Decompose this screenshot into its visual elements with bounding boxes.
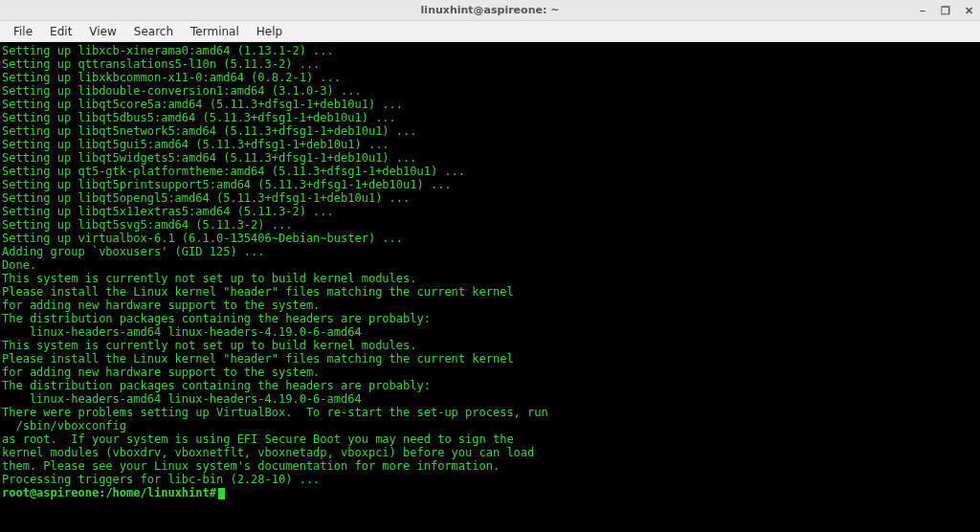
- cursor-icon: [218, 488, 225, 499]
- terminal-output-line: Setting up libqt5core5a:amd64 (5.11.3+df…: [2, 98, 978, 111]
- terminal-output-line: This system is currently not set up to b…: [2, 339, 978, 352]
- menu-edit[interactable]: Edit: [42, 23, 79, 40]
- terminal-output-line: Adding group `vboxusers' (GID 125) ...: [2, 245, 978, 258]
- terminal-area[interactable]: Setting up libxcb-xinerama0:amd64 (1.13.…: [0, 42, 980, 532]
- window-controls: – ❐ ✕: [917, 0, 974, 21]
- terminal-output-line: Done.: [2, 258, 978, 272]
- terminal-output-line: The distribution packages containing the…: [2, 379, 978, 392]
- terminal-output-line: kernel modules (vboxdrv, vboxnetflt, vbo…: [2, 446, 978, 459]
- terminal-output-line: The distribution packages containing the…: [2, 312, 978, 325]
- terminal-output-line: as root. If your system is using EFI Sec…: [2, 432, 978, 446]
- terminal-output-line: them. Please see your Linux system's doc…: [2, 459, 978, 473]
- terminal-output-line: linux-headers-amd64 linux-headers-4.19.0…: [2, 325, 978, 339]
- terminal-output-line: Please install the Linux kernel "header"…: [2, 352, 978, 366]
- close-button[interactable]: ✕: [963, 6, 974, 16]
- terminal-output-line: Setting up libqt5svg5:amd64 (5.11.3-2) .…: [2, 218, 978, 232]
- terminal-output-line: for adding new hardware support to the s…: [2, 299, 978, 312]
- menubar: File Edit View Search Terminal Help: [0, 21, 980, 42]
- terminal-output-line: linux-headers-amd64 linux-headers-4.19.0…: [2, 392, 978, 406]
- terminal-output-line: Setting up qt5-gtk-platformtheme:amd64 (…: [2, 165, 978, 178]
- terminal-output-line: Setting up virtualbox-6.1 (6.1.0-135406~…: [2, 232, 978, 245]
- minimize-button[interactable]: –: [917, 6, 928, 16]
- terminal-output-line: There were problems setting up VirtualBo…: [2, 406, 978, 419]
- terminal-output-line: Setting up libxcb-xinerama0:amd64 (1.13.…: [2, 44, 978, 57]
- menu-terminal[interactable]: Terminal: [183, 23, 247, 40]
- terminal-output-line: This system is currently not set up to b…: [2, 272, 978, 285]
- terminal-output-line: Please install the Linux kernel "header"…: [2, 285, 978, 299]
- menu-view[interactable]: View: [81, 23, 123, 40]
- terminal-output-line: /sbin/vboxconfig: [2, 419, 978, 432]
- terminal-output-line: Setting up libqt5x11extras5:amd64 (5.11.…: [2, 205, 978, 218]
- menu-help[interactable]: Help: [249, 23, 290, 40]
- terminal-window: linuxhint@aspireone: ~ – ❐ ✕ File Edit V…: [0, 0, 980, 532]
- terminal-output-line: Setting up libqt5printsupport5:amd64 (5.…: [2, 178, 978, 191]
- terminal-output-line: Setting up libqt5opengl5:amd64 (5.11.3+d…: [2, 191, 978, 205]
- maximize-button[interactable]: ❐: [940, 6, 951, 16]
- terminal-output-line: Setting up libqt5dbus5:amd64 (5.11.3+dfs…: [2, 111, 978, 124]
- terminal-output-line: Setting up libqt5gui5:amd64 (5.11.3+dfsg…: [2, 138, 978, 151]
- prompt-user-host: root@aspireone: [2, 486, 99, 499]
- terminal-output-line: Setting up libxkbcommon-x11-0:amd64 (0.8…: [2, 71, 978, 84]
- menu-search[interactable]: Search: [126, 23, 181, 40]
- titlebar: linuxhint@aspireone: ~ – ❐ ✕: [0, 0, 980, 21]
- terminal-prompt[interactable]: root@aspireone:/home/linuxhint#: [2, 486, 978, 499]
- terminal-output-line: Setting up libqt5widgets5:amd64 (5.11.3+…: [2, 151, 978, 165]
- terminal-output-line: Processing triggers for libc-bin (2.28-1…: [2, 473, 978, 486]
- terminal-output-line: Setting up libdouble-conversion1:amd64 (…: [2, 84, 978, 98]
- terminal-output-line: Setting up qttranslations5-l10n (5.11.3-…: [2, 57, 978, 71]
- terminal-output-line: Setting up libqt5network5:amd64 (5.11.3+…: [2, 124, 978, 138]
- terminal-output-line: for adding new hardware support to the s…: [2, 366, 978, 379]
- prompt-path: :/home/linuxhint#: [99, 486, 216, 499]
- window-title: linuxhint@aspireone: ~: [421, 4, 560, 16]
- menu-file[interactable]: File: [6, 23, 40, 40]
